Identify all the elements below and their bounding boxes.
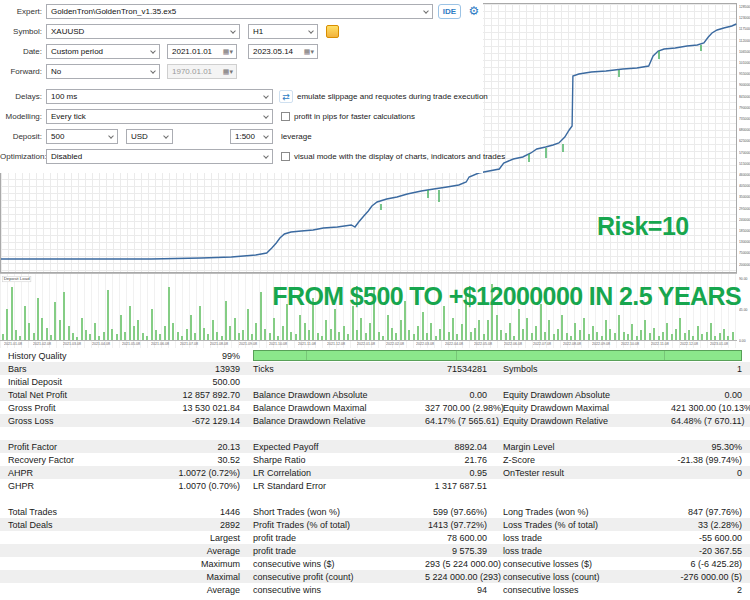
histogram-bar <box>234 318 236 340</box>
date-mode-select[interactable]: Custom period <box>46 44 160 59</box>
histogram-bar <box>238 333 240 340</box>
stat-value: -55 600.00 <box>671 533 742 543</box>
histogram-bar <box>159 334 161 340</box>
stats-row: Gross Profit13 530 021.84Balance Drawdow… <box>0 401 750 414</box>
stat-value: 0 <box>671 468 742 478</box>
histogram-bar <box>518 309 520 340</box>
forward-select[interactable]: No <box>46 64 160 79</box>
pips-checkbox[interactable] <box>281 112 290 121</box>
stat-label: Loss Trades (% of total) <box>503 520 671 530</box>
symbol-properties-icon[interactable] <box>326 25 339 38</box>
stat-label: AHPR <box>0 468 165 478</box>
optimization-select[interactable]: Disabled <box>46 149 273 164</box>
stats-block: Total Trades1446Short Trades (won %)599 … <box>0 505 750 596</box>
stats-row: Total Trades1446Short Trades (won %)599 … <box>0 505 750 518</box>
period-select[interactable]: H1 <box>248 24 318 39</box>
leverage-note: leverage <box>281 132 312 141</box>
modelling-select[interactable]: Every tick <box>46 109 273 124</box>
x-axis-date-label: 2022.07.08 <box>533 342 551 346</box>
symbol-value: XAUUSD <box>51 27 84 36</box>
stat-value: 13939 <box>165 364 240 374</box>
leverage-select[interactable]: 1:500 <box>230 129 273 144</box>
stat-label: Balance Drawdown Relative <box>253 416 425 426</box>
ide-button[interactable]: IDE <box>438 4 461 19</box>
histogram-bar <box>50 335 52 340</box>
stats-row: Profit Factor20.13Expected Payoff8892.04… <box>0 440 750 453</box>
delays-select[interactable]: 100 ms <box>46 89 273 104</box>
stat-label: Balance Drawdown Maximal <box>253 403 425 413</box>
delays-note: emulate slippage and requotes during tra… <box>297 92 488 101</box>
optimization-label: Optimization: <box>0 152 42 161</box>
stats-row: Gross Loss-672 129.14Balance Drawdown Re… <box>0 414 750 427</box>
headline-annotation: FROM $500 TO +$12000000 IN 2.5 YEARS <box>272 282 741 311</box>
histogram-bar <box>330 329 332 340</box>
histogram-bar <box>570 336 572 340</box>
y-axis-tick: 12850000 <box>739 5 750 9</box>
deposit-amount-select[interactable]: 500 <box>46 129 118 144</box>
histogram-bar <box>588 334 590 340</box>
stat-label: Z-Score <box>503 455 671 465</box>
expert-label: Expert: <box>0 7 42 16</box>
histogram-bar <box>229 326 231 340</box>
x-axis-date-label: 2022.11.08 <box>651 342 669 346</box>
forward-row: Forward: No 1970.01.01▦▾ <box>0 64 483 79</box>
histogram-bar <box>395 333 397 340</box>
chevron-down-icon <box>150 68 156 74</box>
visual-mode-checkbox[interactable] <box>281 152 290 161</box>
histogram-bar <box>574 323 576 340</box>
expert-select[interactable]: GoldenTron\GoldenTron_v1.35.ex5 <box>46 4 433 19</box>
backtest-stats-table: History Quality99%Bars13939Ticks71534281… <box>0 349 750 600</box>
deposit-row: Deposit: 500 USD 1:500 leverage <box>0 129 483 144</box>
chevron-down-icon <box>263 133 269 139</box>
histogram-bar <box>636 336 638 340</box>
chevron-down-icon <box>230 28 236 34</box>
histogram-bar <box>63 292 65 340</box>
slippage-arrows-icon[interactable]: ⇄ <box>279 90 293 103</box>
date-from-field[interactable]: 2021.01.01▦▾ <box>167 44 237 59</box>
histogram-bar <box>509 323 511 340</box>
histogram-bar <box>347 334 349 340</box>
chart-legend-chip: Deposit Load <box>2 276 31 282</box>
histogram-bar <box>553 334 555 340</box>
stat-label: Equity Drawdown Absolute <box>503 390 671 400</box>
histogram-bar <box>579 330 581 340</box>
histogram-bar <box>338 332 340 340</box>
stat-value: 12 857 892.70 <box>165 390 240 400</box>
histogram-bar <box>653 328 655 340</box>
deposit-currency: USD <box>131 132 148 141</box>
histogram-bar <box>264 329 266 340</box>
histogram-bar <box>137 320 139 340</box>
date-to-field[interactable]: 2023.05.14▦▾ <box>248 44 318 59</box>
stat-label: Expected Payoff <box>253 442 425 452</box>
histogram-bar <box>732 332 734 340</box>
stat-value: -21.38 (99.74%) <box>671 455 742 465</box>
histogram-bar <box>186 329 188 340</box>
histogram-bar <box>304 323 306 340</box>
stats-row: Averageconsecutive wins94consecutive los… <box>0 583 750 596</box>
histogram-bar <box>81 318 83 340</box>
histogram-bar <box>631 324 633 340</box>
stat-value: 1 317 687.51 <box>425 481 487 491</box>
calendar-icon: ▦▾ <box>223 68 233 76</box>
histogram-bar <box>692 336 694 340</box>
stat-label: Long Trades (won %) <box>503 507 671 517</box>
histogram-bar <box>435 336 437 340</box>
stat-value: 33 (2.28%) <box>671 520 742 530</box>
x-axis-date-label: 2022.06.08 <box>504 342 522 346</box>
symbol-select[interactable]: XAUUSD <box>46 24 240 39</box>
optimization-note: visual mode with the display of charts, … <box>294 152 505 161</box>
stat-label: consecutive profit (count) <box>253 572 425 582</box>
deposit-currency-select[interactable]: USD <box>126 129 173 144</box>
calendar-icon: ▦▾ <box>223 48 233 56</box>
histogram-bar <box>430 323 432 340</box>
y-axis-tick: 1300000 <box>739 240 750 244</box>
histogram-bar <box>269 333 271 340</box>
gear-icon[interactable]: ⚙ <box>466 3 482 19</box>
histogram-bar <box>356 330 358 340</box>
histogram-bar <box>72 333 74 340</box>
leverage-value: 1:500 <box>235 132 255 141</box>
histogram-bar <box>684 333 686 340</box>
x-axis-date-label: 2021.12.08 <box>327 342 345 346</box>
stat-value: -20 367.55 <box>671 546 742 556</box>
histogram-bar <box>225 301 227 340</box>
